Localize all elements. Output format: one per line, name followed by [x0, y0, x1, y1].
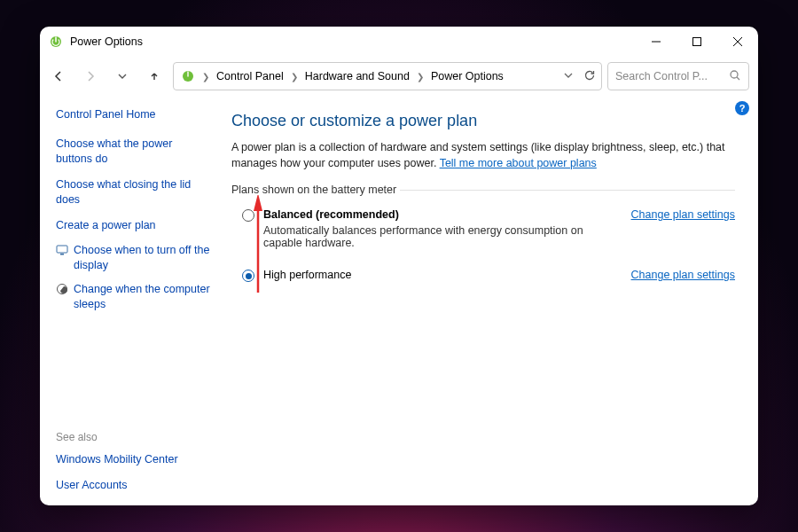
- search-icon: [729, 69, 741, 84]
- search-box[interactable]: [607, 62, 749, 90]
- plan-radio-high-performance[interactable]: [242, 270, 254, 282]
- see-also-header: See also: [56, 431, 210, 443]
- sidebar-link[interactable]: Choose when to turn off the display: [56, 243, 210, 273]
- address-bar[interactable]: ❯ Control Panel ❯ Hardware and Sound ❯ P…: [173, 62, 602, 90]
- breadcrumb-icon: [181, 69, 195, 83]
- change-plan-settings-link[interactable]: Change plan settings: [631, 269, 735, 281]
- see-also-link[interactable]: User Accounts: [56, 478, 210, 493]
- window-title: Power Options: [70, 35, 636, 48]
- up-button[interactable]: [141, 63, 168, 90]
- sidebar-item-label: Change when the computer sleeps: [74, 282, 210, 312]
- back-button[interactable]: [45, 63, 72, 90]
- window-controls: [636, 27, 758, 57]
- page-description: A power plan is a collection of hardware…: [231, 139, 735, 171]
- sidebar-link[interactable]: Change when the computer sleeps: [56, 282, 210, 312]
- plan-subtitle: Automatically balances performance with …: [263, 224, 612, 249]
- breadcrumb-segment[interactable]: Hardware and Sound: [305, 70, 410, 82]
- chevron-down-icon[interactable]: [564, 70, 573, 82]
- sidebar: Control Panel Home Choose what the power…: [40, 96, 219, 505]
- svg-rect-5: [60, 254, 64, 255]
- search-input[interactable]: [615, 70, 724, 82]
- control-panel-home-link[interactable]: Control Panel Home: [56, 108, 210, 121]
- sidebar-link[interactable]: Choose what closing the lid does: [56, 177, 210, 207]
- page-title: Choose or customize a power plan: [231, 112, 735, 130]
- change-plan-settings-link[interactable]: Change plan settings: [631, 208, 735, 221]
- refresh-button[interactable]: [583, 69, 596, 84]
- chevron-right-icon: ❯: [291, 72, 298, 82]
- learn-more-link[interactable]: Tell me more about power plans: [440, 157, 597, 169]
- power-plan-row: Balanced (recommended) Automatically bal…: [231, 205, 735, 258]
- maximize-button[interactable]: [677, 27, 717, 57]
- chevron-right-icon: ❯: [202, 72, 209, 82]
- sleep-icon: [56, 283, 68, 295]
- recent-locations-button[interactable]: [109, 63, 136, 90]
- svg-rect-4: [57, 246, 67, 253]
- svg-rect-1: [693, 38, 701, 46]
- main-content: Choose or customize a power plan A power…: [219, 96, 758, 505]
- plan-radio-balanced[interactable]: [242, 209, 254, 222]
- forward-button[interactable]: [77, 63, 104, 90]
- sidebar-link[interactable]: Choose what the power buttons do: [56, 137, 210, 167]
- display-timeout-icon: [56, 244, 68, 256]
- plan-name[interactable]: Balanced (recommended): [263, 208, 612, 221]
- svg-point-3: [731, 71, 738, 78]
- titlebar: Power Options: [40, 27, 758, 57]
- breadcrumb-segment[interactable]: Power Options: [431, 70, 504, 82]
- sidebar-link[interactable]: Create a power plan: [56, 218, 210, 233]
- close-button[interactable]: [717, 27, 758, 57]
- breadcrumb-segment[interactable]: Control Panel: [216, 70, 284, 82]
- power-options-icon: [49, 35, 63, 49]
- see-also-link[interactable]: Windows Mobility Center: [56, 452, 210, 467]
- nav-toolbar: ❯ Control Panel ❯ Hardware and Sound ❯ P…: [40, 57, 758, 96]
- chevron-right-icon: ❯: [417, 72, 424, 82]
- content-body: ? Control Panel Home Choose what the pow…: [40, 96, 758, 505]
- plan-name[interactable]: High performance: [263, 269, 612, 281]
- sidebar-item-label: Choose when to turn off the display: [74, 243, 210, 273]
- window: Power Options: [40, 27, 758, 505]
- plan-group-label: Plans shown on the battery meter: [231, 184, 735, 196]
- minimize-button[interactable]: [636, 27, 677, 57]
- power-plan-row: High performance Change plan settings: [231, 265, 735, 291]
